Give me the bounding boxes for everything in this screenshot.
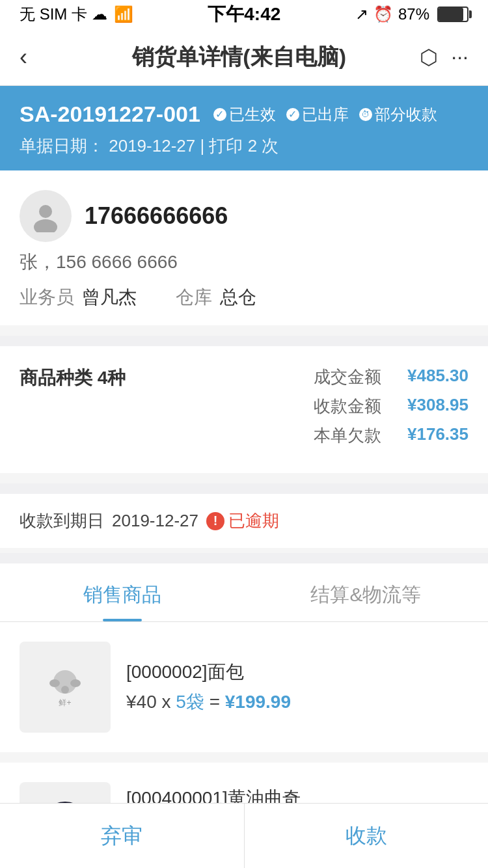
alarm-icon: ⏰ <box>373 5 393 23</box>
debt-row: 本单欠款 ¥176.35 <box>314 424 468 447</box>
financial-stats: 成交金额 ¥485.30 收款金额 ¥308.95 本单欠款 ¥176.35 <box>314 366 468 454</box>
sim-text: 无 SIM 卡 ☁ <box>20 4 107 25</box>
status-tags: ✓ 已生效 ✓ 已出库 ⏱ 部分收款 <box>213 104 437 125</box>
share-icon[interactable]: ⬡ <box>420 45 438 70</box>
debt-value: ¥176.35 <box>407 424 468 447</box>
tabs: 销售商品 结算&物流等 <box>0 563 488 621</box>
status-right: ↗ ⏰ 87% <box>355 5 468 23</box>
due-label: 收款到期日 <box>20 509 104 532</box>
svg-point-4 <box>70 679 81 687</box>
amount-value: ¥485.30 <box>407 366 468 388</box>
product-type-info: 商品种类 4种 <box>20 366 126 390</box>
product-price-1: ¥40 x 5袋 = ¥199.99 <box>126 690 468 714</box>
customer-phone: 17666666666 <box>85 202 228 230</box>
status-bar: 无 SIM 卡 ☁ 📶 下午4:42 ↗ ⏰ 87% <box>0 0 488 29</box>
product-type-label: 商品种类 <box>20 368 92 388</box>
salesperson-value: 曾凡杰 <box>82 285 137 310</box>
location-icon: ↗ <box>355 5 368 23</box>
header-banner: SA-20191227-001 ✓ 已生效 ✓ 已出库 ⏱ 部分收款 单据日期：… <box>0 86 488 170</box>
battery-percent: 87% <box>398 5 429 23</box>
svg-point-1 <box>34 219 57 232</box>
tab-settlement[interactable]: 结算&物流等 <box>244 563 488 621</box>
banner-date-info: 单据日期： 2019-12-27 | 打印 2 次 <box>20 135 468 157</box>
customer-sub-info: 张，156 6666 6666 <box>20 250 468 275</box>
order-id: SA-20191227-001 <box>20 102 200 127</box>
svg-point-5 <box>61 686 69 694</box>
separator-2 <box>0 483 488 494</box>
nav-bar: ‹ 销货单详情(来自电脑) ⬡ ··· <box>0 29 488 86</box>
stats-section: 商品种类 4种 成交金额 ¥485.30 收款金额 ¥308.95 本单欠款 ¥… <box>0 346 488 473</box>
svg-text:鲜+: 鲜+ <box>59 698 71 707</box>
avatar <box>20 190 72 242</box>
battery-icon <box>437 7 468 22</box>
status-partial: ⏱ 部分收款 <box>359 104 437 125</box>
received-row: 收款金额 ¥308.95 <box>314 395 468 418</box>
cancel-button[interactable]: 弃审 <box>0 804 245 868</box>
debt-label: 本单欠款 <box>314 424 381 447</box>
nav-actions: ⬡ ··· <box>420 45 468 70</box>
overdue-label: 已逾期 <box>228 509 279 532</box>
customer-meta: 业务员 曾凡杰 仓库 总仓 <box>20 285 468 310</box>
list-item: 鲜+ [0000002]面包 ¥40 x 5袋 = ¥199.99 <box>0 622 488 752</box>
tab-products[interactable]: 销售商品 <box>0 563 244 621</box>
svg-point-3 <box>49 679 60 687</box>
status-effective: ✓ 已生效 <box>213 104 276 125</box>
tabs-section: 销售商品 结算&物流等 <box>0 563 488 622</box>
customer-row: 17666666666 <box>20 190 468 242</box>
banner-row1: SA-20191227-001 ✓ 已生效 ✓ 已出库 ⏱ 部分收款 <box>20 102 468 127</box>
due-section: 收款到期日 2019-12-27 ! 已逾期 <box>0 494 488 548</box>
overdue-tag: ! 已逾期 <box>206 509 279 532</box>
amount-row: 成交金额 ¥485.30 <box>314 366 468 388</box>
product-info-1: [0000002]面包 ¥40 x 5袋 = ¥199.99 <box>126 660 468 714</box>
back-button[interactable]: ‹ <box>20 44 59 71</box>
product-type-count: 4种 <box>98 368 126 388</box>
warehouse-label: 仓库 <box>176 285 212 310</box>
confirm-button[interactable]: 收款 <box>245 804 489 868</box>
received-label: 收款金额 <box>314 395 381 418</box>
status-time: 下午4:42 <box>208 2 280 27</box>
status-shipped: ✓ 已出库 <box>286 104 349 125</box>
separator-3 <box>0 553 488 563</box>
status-left: 无 SIM 卡 ☁ 📶 <box>20 4 133 25</box>
check-icon-1: ✓ <box>213 108 226 121</box>
warehouse-value: 总仓 <box>220 285 256 310</box>
page-title: 销货单详情(来自电脑) <box>132 42 346 72</box>
product-image-1: 鲜+ <box>20 642 111 733</box>
check-icon-2: ✓ <box>286 108 299 121</box>
product-name-1: [0000002]面包 <box>126 660 468 685</box>
svg-point-0 <box>39 205 52 218</box>
customer-section: 17666666666 张，156 6666 6666 业务员 曾凡杰 仓库 总… <box>0 170 488 325</box>
bottom-bar: 弃审 收款 <box>0 803 488 868</box>
salesperson-label: 业务员 <box>20 285 74 310</box>
wifi-icon: 📶 <box>114 5 133 23</box>
overdue-icon: ! <box>206 512 224 530</box>
amount-label: 成交金额 <box>314 366 381 388</box>
due-date: 2019-12-27 <box>112 511 198 531</box>
clock-icon: ⏱ <box>359 108 372 121</box>
more-icon[interactable]: ··· <box>451 45 468 69</box>
warehouse-info: 仓库 总仓 <box>176 285 256 310</box>
separator-1 <box>0 336 488 346</box>
salesperson-info: 业务员 曾凡杰 <box>20 285 137 310</box>
received-value: ¥308.95 <box>407 395 468 418</box>
